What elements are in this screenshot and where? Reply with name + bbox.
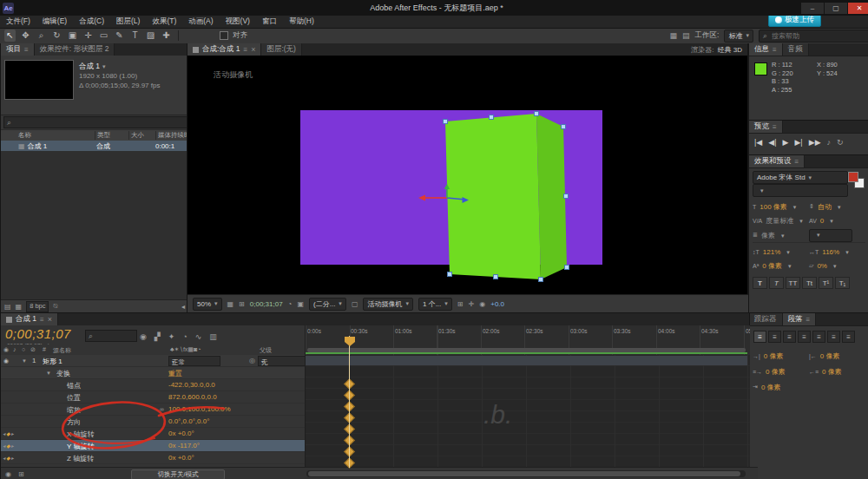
- align-left-button[interactable]: ≡: [753, 331, 766, 343]
- type-tool[interactable]: T: [129, 30, 141, 42]
- next-frame-button[interactable]: ▶|: [794, 138, 802, 147]
- layer-name[interactable]: 矩形 1: [43, 357, 62, 366]
- motion-blur-icon[interactable]: ∿: [195, 332, 202, 341]
- tab-tracker[interactable]: 跟踪器: [749, 313, 783, 325]
- tracking-value[interactable]: 0: [820, 217, 824, 225]
- justify-last-left-button[interactable]: ≡: [798, 331, 811, 343]
- draft-3d-icon[interactable]: ▞: [155, 332, 161, 341]
- keyframe-navigator[interactable]: [3, 430, 14, 436]
- faux-italic-button[interactable]: T: [769, 277, 784, 289]
- first-line-indent-value[interactable]: 0 像素: [761, 383, 781, 392]
- maximize-button[interactable]: ▢: [825, 3, 847, 14]
- menu-animation[interactable]: 动画(A): [182, 16, 219, 27]
- chevron-down-icon[interactable]: [784, 248, 790, 256]
- property-row-x-rotation[interactable]: X 轴旋转 0x +0.0°: [1, 428, 305, 440]
- pixel-aspect-icon[interactable]: ⊞: [457, 300, 464, 308]
- property-value[interactable]: 100.0,100.0,100.0%: [168, 405, 231, 413]
- property-row-position[interactable]: 位置 872.0,600.0,0.0: [1, 391, 305, 404]
- chevron-down-icon[interactable]: [779, 232, 785, 240]
- resolution-select[interactable]: (二分...: [309, 298, 346, 311]
- justify-last-center-button[interactable]: ≡: [812, 331, 825, 343]
- align-right-button[interactable]: ≡: [783, 331, 796, 343]
- space-before-value[interactable]: 0 像素: [766, 367, 786, 377]
- chevron-down-icon[interactable]: [827, 217, 833, 225]
- menu-composition[interactable]: 合成(C): [73, 16, 110, 27]
- chevron-down-icon[interactable]: [831, 262, 837, 270]
- zoom-select[interactable]: 50%: [193, 298, 222, 311]
- tab-effect-controls[interactable]: 效果控件: 形状图层 2: [35, 43, 115, 56]
- property-name[interactable]: X 轴旋转: [67, 430, 95, 439]
- exposure-icon[interactable]: ◉: [479, 300, 485, 308]
- leading-value[interactable]: 自动: [818, 202, 832, 212]
- group-name[interactable]: 变换: [56, 369, 70, 378]
- keyframe-navigator[interactable]: [3, 443, 14, 449]
- panel-menu-icon[interactable]: [795, 157, 799, 166]
- font-family-select[interactable]: Adobe 宋体 Std: [753, 171, 848, 184]
- menu-help[interactable]: 帮助(H): [283, 16, 320, 27]
- property-name[interactable]: 锚点: [67, 381, 81, 390]
- property-name[interactable]: 缩放: [67, 405, 81, 415]
- close-button[interactable]: ✕: [848, 3, 868, 14]
- chevron-down-icon[interactable]: [791, 203, 797, 211]
- tab-audio[interactable]: 音频: [783, 43, 809, 56]
- chevron-down-icon[interactable]: [843, 248, 849, 256]
- graph-editor-icon[interactable]: ▥: [209, 332, 217, 341]
- stroke-width-value[interactable]: 像素: [761, 231, 775, 240]
- workspace-select[interactable]: 标准: [724, 30, 753, 43]
- comp-viewport[interactable]: 活动摄像机: [187, 56, 747, 295]
- menu-layer[interactable]: 图层(L): [110, 16, 146, 27]
- interpret-footage-icon[interactable]: ▤: [4, 303, 11, 311]
- small-caps-button[interactable]: Tt: [802, 277, 817, 289]
- mask-visibility-icon[interactable]: ⊞: [239, 300, 245, 308]
- current-time-indicator-handle[interactable]: [345, 337, 355, 346]
- property-name[interactable]: Y 轴旋转: [67, 442, 94, 451]
- shape-tool[interactable]: ▭: [98, 30, 109, 42]
- previous-frame-button[interactable]: ◀|: [768, 138, 776, 147]
- justify-all-button[interactable]: ≡: [842, 331, 855, 343]
- twirl-icon[interactable]: [46, 369, 51, 377]
- region-of-interest-icon[interactable]: ▢: [352, 300, 358, 308]
- zoom-fit-icon[interactable]: ⊞: [18, 470, 24, 478]
- column-type[interactable]: 类型: [95, 131, 128, 140]
- expand-layers-icon[interactable]: ◉: [5, 470, 11, 478]
- column-size[interactable]: 大小: [128, 131, 155, 140]
- close-tab-icon[interactable]: [251, 45, 255, 54]
- space-after-value[interactable]: 0 像素: [822, 367, 842, 377]
- tab-effects-presets[interactable]: 效果和预设: [749, 155, 805, 167]
- layer-duration-bar[interactable]: [306, 356, 747, 365]
- panel-menu-icon[interactable]: [806, 315, 811, 324]
- panel-menu-icon[interactable]: [243, 45, 247, 54]
- fill-color-swatch[interactable]: [848, 172, 858, 182]
- trash-icon[interactable]: ⍉: [53, 302, 57, 311]
- subscript-button[interactable]: T₁: [835, 277, 850, 289]
- camera-view-select[interactable]: 活动摄像机: [363, 298, 413, 311]
- column-source-name[interactable]: 源名称: [53, 346, 71, 355]
- timeline-track-area[interactable]: [305, 355, 750, 468]
- menu-edit[interactable]: 编辑(E): [36, 16, 73, 27]
- tab-paragraph[interactable]: 段落: [783, 313, 817, 325]
- all-caps-button[interactable]: TT: [786, 277, 800, 289]
- tab-info[interactable]: 信息: [749, 43, 783, 56]
- menu-file[interactable]: 文件(F): [0, 16, 36, 27]
- reset-link[interactable]: 重置: [168, 369, 182, 378]
- blend-mode-select[interactable]: 正常: [168, 356, 220, 366]
- tab-composition[interactable]: 合成:合成 1: [187, 43, 261, 56]
- tab-timeline-comp1[interactable]: 合成 1: [1, 313, 58, 325]
- toggle-switches-modes-button[interactable]: 切换开关/模式: [131, 469, 225, 479]
- column-name[interactable]: 名称: [1, 131, 95, 140]
- indent-right-value[interactable]: 0 像素: [820, 351, 840, 361]
- camera-tool[interactable]: ▣: [67, 30, 78, 42]
- menu-view[interactable]: 视图(V): [220, 16, 256, 27]
- justify-last-right-button[interactable]: ≡: [827, 331, 840, 343]
- snap-checkbox[interactable]: [220, 31, 228, 40]
- twirl-icon[interactable]: [22, 357, 27, 364]
- workspace-grid-icon[interactable]: ▦: [670, 31, 678, 40]
- stroke-style-select[interactable]: [809, 229, 852, 242]
- fast-preview-icon[interactable]: ✛: [469, 300, 475, 308]
- superscript-button[interactable]: T¹: [819, 277, 833, 289]
- time-ruler[interactable]: 0:00s 00:30s 01:00s 01:30s 02:00s 02:30s…: [305, 325, 750, 356]
- show-channel-icon[interactable]: ▣: [297, 300, 304, 308]
- pen-tool[interactable]: ✎: [114, 30, 125, 42]
- current-timecode[interactable]: 0;00;31;07: [5, 326, 71, 341]
- property-row-scale[interactable]: 缩放 100.0,100.0,100.0%: [1, 404, 305, 416]
